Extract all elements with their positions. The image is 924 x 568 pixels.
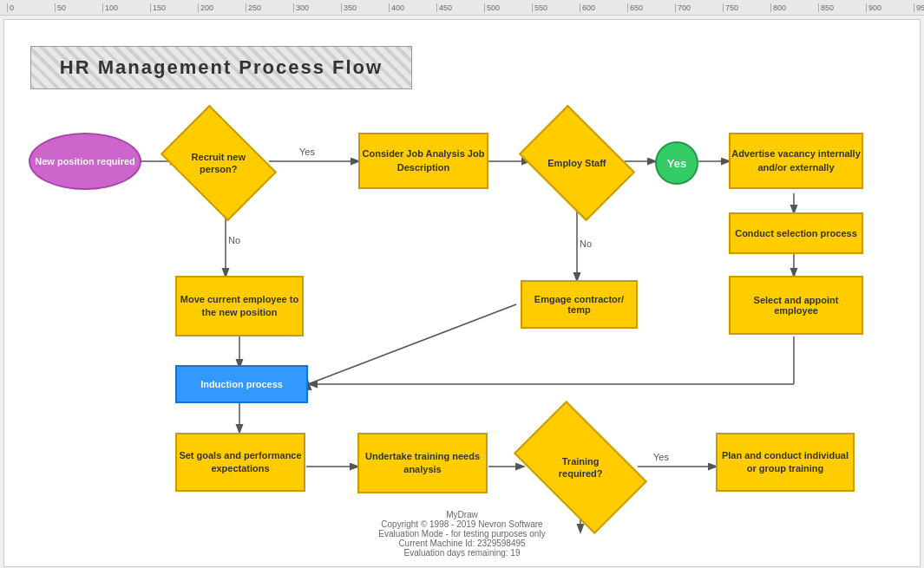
consider-job-shape: Consider Job Analysis Job Description [358,133,488,189]
footer-line2: Copyright © 1998 - 2019 Nevron Software [378,519,545,529]
ruler-mark: 250 [246,3,293,12]
footer-line4: Current Machine Id: 2329598495 [378,539,545,548]
ruler-mark: 550 [532,3,580,12]
ruler-mark: 100 [102,3,150,12]
ruler: 0 50 100 150 200 250 300 350 400 450 500… [0,0,924,16]
ruler-mark: 600 [580,3,627,12]
svg-text:No: No [228,235,240,245]
undertake-training-shape: Undertake training needs analysis [357,433,488,493]
plan-conduct-shape: Plan and conduct individual or group tra… [716,433,855,492]
set-goals-shape: Set goals and performance expectations [175,433,305,492]
new-position-shape: New position required [29,133,141,190]
ruler-mark: 450 [436,3,484,12]
yes-circle: Yes [655,141,698,185]
ruler-mark: 50 [55,3,102,12]
induction-shape: Induction process [175,365,308,403]
svg-text:Yes: Yes [299,147,315,157]
canvas: HR Management Process Flow Yes No [3,19,921,567]
recruit-new-diamond: Recruit new person? [171,128,266,198]
ruler-mark: 200 [198,3,246,12]
svg-line-13 [308,304,516,384]
svg-text:Yes: Yes [653,452,669,462]
emgage-contractor-shape: Emgage contractor/ temp [521,280,638,329]
ruler-mark: 800 [770,3,818,12]
svg-text:No: No [580,238,592,249]
select-appoint-shape: Select and appoint employee [729,276,863,335]
title-box: HR Management Process Flow [30,46,412,89]
ruler-mark: 750 [723,3,770,12]
training-required-diamond: Training required? [523,430,638,505]
ruler-mark: 150 [150,3,198,12]
ruler-mark: 950 [914,3,924,12]
footer-line5: Evaluation days remaining: 19 [378,548,545,558]
ruler-mark: 850 [818,3,866,12]
move-employee-shape: Move current employee to the new positio… [175,276,304,336]
conduct-selection-shape: Conduct selection process [729,212,863,254]
ruler-mark: 900 [866,3,914,12]
ruler-mark: 500 [484,3,532,12]
ruler-mark: 350 [341,3,389,12]
footer-line1: MyDraw [378,510,545,519]
footer-line3: Evaluation Mode - for testing purposes o… [378,529,545,539]
page-title: HR Management Process Flow [60,56,383,79]
ruler-mark: 300 [293,3,341,12]
footer: MyDraw Copyright © 1998 - 2019 Nevron So… [378,510,545,558]
employ-staff-diamond: Employ Staff [529,128,625,198]
ruler-mark: 0 [7,3,55,12]
ruler-mark: 650 [627,3,675,12]
ruler-mark: 700 [675,3,723,12]
advertise-shape: Advertise vacancy internally and/or exte… [729,133,863,189]
ruler-mark: 400 [389,3,436,12]
